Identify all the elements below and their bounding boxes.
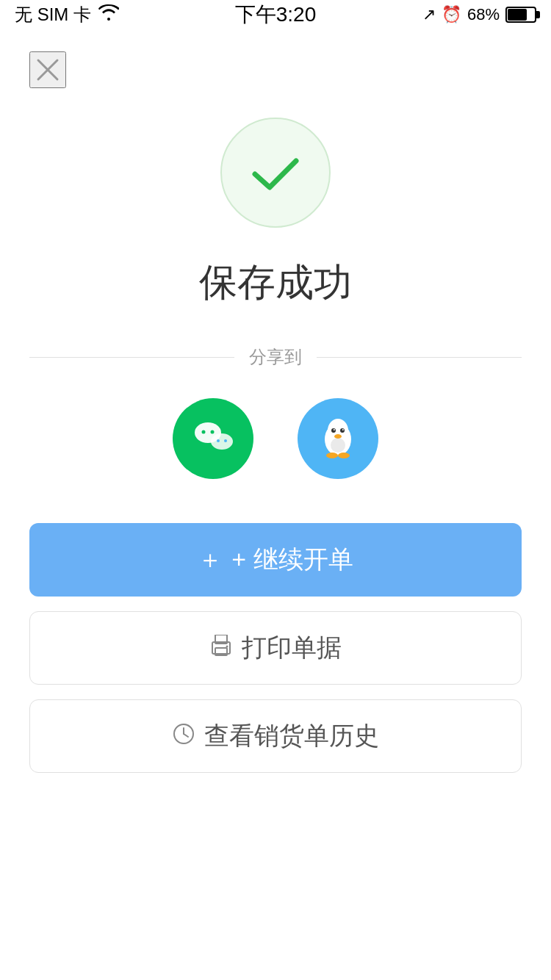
- svg-line-24: [184, 734, 188, 737]
- continue-order-button[interactable]: ＋ + 继续开单: [29, 523, 522, 597]
- battery-icon: [505, 7, 536, 23]
- print-label: 打印单据: [242, 631, 342, 665]
- share-divider: 分享到: [29, 345, 522, 369]
- wifi-icon: [98, 4, 119, 25]
- print-icon: [209, 635, 233, 662]
- status-bar: 无 SIM 卡 下午3:20 ↗ ⏰ 68%: [0, 0, 551, 29]
- qq-icon: [314, 414, 362, 463]
- history-label: 查看销货单历史: [204, 719, 379, 753]
- qq-share-button[interactable]: [298, 398, 378, 479]
- svg-point-16: [338, 453, 350, 458]
- success-circle: [220, 118, 331, 228]
- action-buttons: ＋ + 继续开单 打印单据 查看销货单: [29, 523, 522, 773]
- location-icon: ↗: [422, 5, 436, 24]
- status-right: ↗ ⏰ 68%: [422, 5, 536, 24]
- no-sim-text: 无 SIM 卡: [15, 3, 91, 26]
- share-label: 分享到: [249, 345, 302, 369]
- svg-point-21: [226, 645, 228, 647]
- alarm-icon: ⏰: [442, 5, 461, 24]
- wechat-icon: [189, 417, 237, 461]
- svg-point-5: [211, 430, 215, 434]
- share-icons-row: [173, 398, 378, 479]
- svg-point-3: [211, 433, 233, 450]
- main-content: 保存成功 分享到: [0, 29, 551, 802]
- svg-point-12: [334, 429, 335, 430]
- status-time: 下午3:20: [235, 1, 317, 29]
- continue-order-label: + 继续开单: [231, 543, 353, 577]
- svg-point-10: [331, 428, 336, 433]
- svg-point-15: [326, 453, 338, 458]
- history-icon: [172, 722, 195, 751]
- svg-point-6: [217, 439, 220, 442]
- success-title: 保存成功: [199, 257, 352, 309]
- history-button[interactable]: 查看销货单历史: [29, 699, 522, 773]
- divider-right: [317, 357, 522, 358]
- plus-icon: ＋: [198, 543, 223, 577]
- svg-point-17: [331, 438, 345, 453]
- close-icon: [35, 57, 60, 82]
- svg-point-7: [224, 439, 227, 442]
- battery-percent: 68%: [467, 5, 500, 24]
- wechat-share-button[interactable]: [173, 398, 253, 479]
- svg-point-11: [340, 428, 345, 433]
- status-left: 无 SIM 卡: [15, 3, 119, 26]
- print-button[interactable]: 打印单据: [29, 611, 522, 685]
- checkmark-icon: [246, 143, 305, 202]
- svg-point-13: [342, 429, 344, 430]
- svg-point-4: [202, 430, 206, 434]
- divider-left: [29, 357, 234, 358]
- close-button[interactable]: [29, 51, 66, 88]
